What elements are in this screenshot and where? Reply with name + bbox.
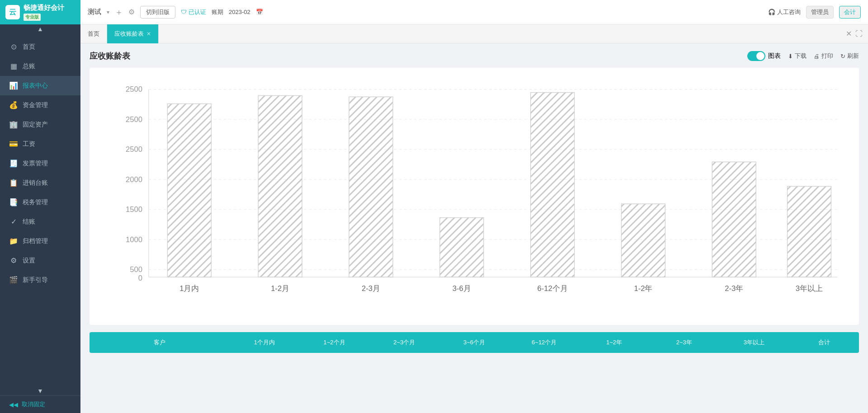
admin-button[interactable]: 管理员 xyxy=(806,6,834,19)
svg-text:3-6月: 3-6月 xyxy=(453,284,471,293)
period-value: 2023-02 xyxy=(229,9,250,15)
sales-icon: 📋 xyxy=(9,178,18,187)
sidebar-item-closing[interactable]: ✓ 结账 xyxy=(0,212,80,231)
role-button[interactable]: 会计 xyxy=(839,6,861,19)
bar-7 xyxy=(712,162,756,277)
logo-icon: 云 xyxy=(5,5,20,19)
close-window-icon[interactable]: ✕ xyxy=(846,29,852,38)
table-header-5: 6~12个月 xyxy=(509,332,579,353)
funds-icon: 💰 xyxy=(9,101,18,109)
main-content: 测试 ▾ ＋ ⚙ 切到旧版 🛡 已认证 账期 2023-02 📅 🎧 人工咨询 … xyxy=(80,0,868,413)
cancel-fixed-button[interactable]: ◀◀ 取消固定 xyxy=(0,395,80,413)
table-container: 客户1个月内1~2个月2~3个月3~6个月6~12个月1~2年2~3年3年以上合… xyxy=(90,332,859,353)
logo-subtitle: 专业版 xyxy=(24,14,41,21)
sidebar-item-sales[interactable]: 📋 进销台账 xyxy=(0,173,80,192)
sidebar-label-invoices: 发票管理 xyxy=(23,160,48,168)
add-icon[interactable]: ＋ xyxy=(115,7,123,18)
svg-text:1-2年: 1-2年 xyxy=(634,284,652,293)
svg-text:2500: 2500 xyxy=(126,145,142,154)
tab-ar-aging[interactable]: 应收账龄表 ✕ xyxy=(107,24,159,43)
app-logo: 云 畅捷通好会计 专业版 xyxy=(0,0,80,24)
print-icon: 🖨 xyxy=(814,53,820,60)
page-title: 应收账龄表 xyxy=(90,51,130,61)
switch-version-button[interactable]: 切到旧版 xyxy=(140,6,175,19)
sidebar-label-funds: 资金管理 xyxy=(23,101,48,109)
scroll-up-arrow[interactable]: ▲ xyxy=(0,24,80,33)
sidebar-item-settings[interactable]: ⚙ 设置 xyxy=(0,251,80,270)
assets-icon: 🏢 xyxy=(9,120,18,129)
svg-text:3年以上: 3年以上 xyxy=(796,284,823,293)
table-header-9: 合计 xyxy=(789,332,859,353)
sidebar-label-home: 首页 xyxy=(23,43,35,51)
chart-toggle[interactable] xyxy=(747,51,765,61)
table-header-3: 2~3个月 xyxy=(369,332,439,353)
calendar-icon[interactable]: 📅 xyxy=(256,9,263,15)
reports-icon: 📊 xyxy=(9,81,18,90)
tab-ar-aging-label: 应收账龄表 xyxy=(114,30,144,38)
sidebar-item-assets[interactable]: 🏢 固定资产 xyxy=(0,115,80,134)
sidebar-item-archive[interactable]: 📁 归档管理 xyxy=(0,231,80,251)
sidebar-item-tax[interactable]: 📑 税务管理 xyxy=(0,192,80,212)
bar-2 xyxy=(258,96,302,277)
print-button[interactable]: 🖨 打印 xyxy=(814,52,833,60)
closing-icon: ✓ xyxy=(9,217,18,226)
certified-text: 已认证 xyxy=(189,8,206,16)
tabbar: 首页 应收账龄表 ✕ ✕ ⛶ xyxy=(80,24,868,43)
bar-8 xyxy=(787,186,831,277)
bar-6 xyxy=(621,204,665,277)
tab-close-icon[interactable]: ✕ xyxy=(146,31,151,37)
bar-1 xyxy=(167,104,211,277)
cancel-fixed-label: 取消固定 xyxy=(22,400,45,408)
table-header: 客户1个月内1~2个月2~3个月3~6个月6~12个月1~2年2~3年3年以上合… xyxy=(90,332,859,353)
headset-icon: 🎧 xyxy=(768,9,775,15)
tab-home-label: 首页 xyxy=(88,30,99,38)
sidebar-item-reports[interactable]: 📊 报表中心 xyxy=(0,76,80,95)
page-header: 应收账龄表 图表 ⬇ 下载 🖨 打印 ↻ 刷新 xyxy=(90,51,859,61)
certified-badge: 🛡 已认证 xyxy=(181,8,206,16)
table-header-2: 1~2个月 xyxy=(299,332,369,353)
settings-icon[interactable]: ⚙ xyxy=(128,8,135,16)
download-icon: ⬇ xyxy=(788,53,793,60)
period-label: 账期 xyxy=(212,8,223,16)
sidebar-item-guide[interactable]: 🎬 新手引导 xyxy=(0,270,80,290)
sidebar-item-ledger[interactable]: ▦ 总账 xyxy=(0,56,80,76)
sidebar-label-sales: 进销台账 xyxy=(23,179,48,187)
consult-button[interactable]: 🎧 人工咨询 xyxy=(768,8,801,16)
svg-text:2-3月: 2-3月 xyxy=(362,284,380,293)
expand-icon[interactable]: ⛶ xyxy=(855,30,863,38)
tab-home[interactable]: 首页 xyxy=(80,24,107,43)
sidebar-item-payroll[interactable]: 💳 工资 xyxy=(0,134,80,154)
download-label: 下载 xyxy=(795,52,807,60)
chart-toggle-group: 图表 xyxy=(747,51,781,61)
sidebar-label-assets: 固定资产 xyxy=(23,121,48,129)
consult-label: 人工咨询 xyxy=(777,8,801,16)
dropdown-arrow-icon[interactable]: ▾ xyxy=(107,9,109,15)
refresh-label: 刷新 xyxy=(847,52,859,60)
sidebar-label-closing: 结账 xyxy=(23,218,35,226)
bar-4 xyxy=(440,218,484,277)
svg-text:1-2月: 1-2月 xyxy=(271,284,289,293)
sidebar-label-ledger: 总账 xyxy=(23,62,35,70)
table-header-8: 3年以上 xyxy=(719,332,789,353)
svg-text:500: 500 xyxy=(130,265,142,274)
sidebar-item-home[interactable]: ⊙ 首页 xyxy=(0,37,80,56)
logo-title: 畅捷通好会计 xyxy=(24,4,64,12)
svg-text:2500: 2500 xyxy=(126,115,142,124)
bar-5 xyxy=(531,93,575,277)
print-label: 打印 xyxy=(821,52,833,60)
sidebar-item-funds[interactable]: 💰 资金管理 xyxy=(0,95,80,115)
logo-text-group: 畅捷通好会计 专业版 xyxy=(24,4,64,21)
invoices-icon: 🧾 xyxy=(9,159,18,168)
scroll-down-arrow[interactable]: ▼ xyxy=(0,386,80,395)
download-button[interactable]: ⬇ 下载 xyxy=(788,52,807,60)
sidebar-label-payroll: 工资 xyxy=(23,140,35,148)
svg-text:2-3年: 2-3年 xyxy=(725,284,743,293)
svg-text:1500: 1500 xyxy=(126,205,142,214)
payroll-icon: 💳 xyxy=(9,140,18,148)
bar-3 xyxy=(349,97,393,277)
sidebar-label-archive: 归档管理 xyxy=(23,237,48,245)
table-header-7: 2~3年 xyxy=(649,332,719,353)
svg-text:0: 0 xyxy=(138,274,142,283)
refresh-button[interactable]: ↻ 刷新 xyxy=(840,52,859,60)
sidebar-item-invoices[interactable]: 🧾 发票管理 xyxy=(0,154,80,173)
